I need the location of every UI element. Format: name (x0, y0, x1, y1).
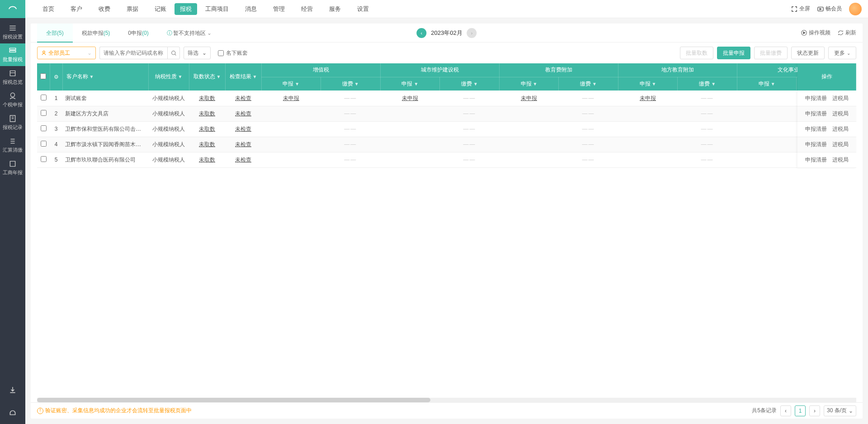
top-menu-item[interactable]: 服务 (321, 0, 349, 18)
pager-page-1[interactable]: 1 (795, 405, 806, 416)
top-menu-item[interactable]: 收费 (90, 0, 118, 18)
filter-icon[interactable]: ▼ (217, 74, 221, 79)
th-pay[interactable]: 缴费 (699, 81, 710, 87)
enter-bureau-link[interactable]: 进税局 (832, 141, 849, 148)
row-checkbox[interactable] (41, 95, 47, 100)
row-checkbox[interactable] (41, 141, 47, 147)
top-menu-item[interactable]: 票据 (118, 0, 146, 18)
batch-declare-button[interactable]: 批量申报 (717, 47, 750, 59)
filter-icon[interactable]: ▼ (354, 81, 359, 86)
row-checkbox[interactable] (41, 156, 47, 162)
filter-icon[interactable]: ▼ (90, 74, 94, 79)
filter-icon[interactable]: ▼ (652, 81, 656, 86)
top-menu-item[interactable]: 消息 (237, 0, 265, 18)
sidebar-item[interactable]: 报税总览 (0, 66, 25, 89)
th-pay[interactable]: 缴费 (342, 81, 353, 87)
th-customer[interactable]: 客户名称 (66, 73, 88, 80)
scrollbar-thumb[interactable] (37, 398, 430, 402)
top-menu-item[interactable]: 经营 (293, 0, 321, 18)
fullscreen-button[interactable]: 全屏 (791, 5, 810, 13)
check-status-link[interactable]: 未检查 (235, 110, 251, 117)
customer-name-cell[interactable]: 卫辉市保和堂医药有限公司击磐路店 (62, 121, 148, 137)
sidebar-item[interactable]: 报税记录 (0, 111, 25, 134)
enter-bureau-link[interactable]: 进税局 (832, 110, 849, 117)
name-account-checkbox[interactable]: 名下账套 (218, 49, 248, 57)
row-checkbox[interactable] (41, 110, 47, 116)
enter-bureau-link[interactable]: 进税局 (832, 157, 849, 163)
th-check[interactable]: 检查结果 (230, 73, 251, 80)
filter-icon[interactable]: ▼ (771, 81, 775, 86)
filter-icon[interactable]: ▼ (178, 74, 183, 79)
th-declare[interactable]: 申报 (401, 81, 412, 87)
customer-name-cell[interactable]: 测试账套 (62, 91, 148, 106)
fetch-status-link[interactable]: 未取数 (199, 110, 215, 117)
tutorial-video-button[interactable]: 操作视频 (801, 29, 830, 37)
fetch-status-link[interactable]: 未取数 (199, 157, 215, 163)
month-display[interactable]: 2023年02月 (431, 29, 462, 37)
filter-icon[interactable]: ▼ (711, 81, 716, 86)
select-all-checkbox[interactable] (40, 73, 46, 79)
declare-link[interactable]: 未申报 (521, 95, 537, 101)
pager-prev[interactable]: ‹ (780, 405, 791, 416)
declare-list-link[interactable]: 申报清册 (805, 95, 827, 101)
top-menu-item[interactable]: 管理 (265, 0, 293, 18)
th-declare[interactable]: 申报 (283, 81, 293, 87)
horizontal-scrollbar[interactable] (37, 398, 856, 402)
declare-link[interactable]: 未申报 (283, 95, 299, 101)
row-checkbox[interactable] (41, 125, 47, 131)
check-status-link[interactable]: 未检查 (235, 141, 251, 148)
tab[interactable]: 税款申报(5) (73, 24, 119, 43)
top-menu-item[interactable]: 设置 (349, 0, 377, 18)
search-input[interactable] (99, 47, 167, 59)
tab[interactable]: 全部(5) (37, 24, 73, 43)
filter-button[interactable]: 筛选 ⌄ (184, 47, 211, 59)
filter-icon[interactable]: ▼ (592, 81, 597, 86)
filter-icon[interactable]: ▼ (253, 74, 257, 79)
top-menu-item[interactable]: 客户 (62, 0, 90, 18)
top-menu-item[interactable]: 工商项目 (197, 0, 237, 18)
tab[interactable]: 0申报(0) (119, 24, 157, 43)
filter-icon[interactable]: ▼ (295, 81, 299, 86)
member-button[interactable]: 畅会员 (817, 5, 842, 13)
app-logo[interactable] (0, 0, 25, 18)
search-button[interactable] (167, 47, 180, 59)
pager-next[interactable]: › (809, 405, 820, 416)
avatar[interactable] (849, 3, 862, 15)
staff-select[interactable]: 全部员工 ⌄ (37, 47, 96, 59)
sidebar-item[interactable]: 批量报税 (0, 43, 25, 66)
th-declare[interactable]: 申报 (759, 81, 769, 87)
name-account-checkbox-input[interactable] (218, 50, 224, 56)
check-status-link[interactable]: 未检查 (235, 126, 251, 132)
more-button[interactable]: 更多 ⌄ (828, 47, 856, 59)
sidebar-item[interactable]: 工商年报 (0, 157, 25, 179)
filter-icon[interactable]: ▼ (473, 81, 478, 86)
filter-icon[interactable]: ▼ (414, 81, 418, 86)
fetch-status-link[interactable]: 未取数 (199, 141, 215, 148)
customer-name-cell[interactable]: 卫辉市玖玖聯合医药有限公司 (62, 152, 148, 167)
enter-bureau-link[interactable]: 进税局 (832, 95, 849, 101)
sidebar-download[interactable] (0, 379, 25, 401)
batch-pay-button[interactable]: 批量缴费 (754, 47, 788, 59)
declare-link[interactable]: 未申报 (402, 95, 418, 101)
th-taxtype[interactable]: 纳税性质 (155, 73, 177, 80)
customer-name-cell[interactable]: 卫辉市汲水镇下园闻香阁苗木种植家庭... (62, 137, 148, 152)
refresh-button[interactable]: 刷新 (838, 29, 856, 37)
th-pay[interactable]: 缴费 (580, 81, 591, 87)
month-next-button[interactable]: › (467, 28, 477, 38)
top-menu-item[interactable]: 记账 (146, 0, 175, 18)
page-size-select[interactable]: 30 条/页 ⌄ (824, 405, 856, 416)
declare-list-link[interactable]: 申报清册 (805, 157, 827, 163)
top-menu-item[interactable]: 报税 (175, 3, 197, 15)
declare-list-link[interactable]: 申报清册 (805, 110, 827, 117)
status-update-button[interactable]: 状态更新 (791, 47, 825, 59)
sidebar-support[interactable] (0, 401, 25, 424)
sidebar-item[interactable]: 汇算清缴 (0, 134, 25, 157)
sidebar-item[interactable]: 报税设置 (0, 21, 25, 43)
tab[interactable]: ⓘ暂不支持地区 ⌄ (158, 24, 221, 43)
declare-list-link[interactable]: 申报清册 (805, 141, 827, 148)
th-declare[interactable]: 申报 (521, 81, 532, 87)
customer-name-cell[interactable]: 新建区方方文具店 (62, 106, 148, 121)
gear-icon[interactable]: ⚙ (54, 74, 59, 80)
th-declare[interactable]: 申报 (640, 81, 651, 87)
check-status-link[interactable]: 未检查 (235, 157, 251, 163)
